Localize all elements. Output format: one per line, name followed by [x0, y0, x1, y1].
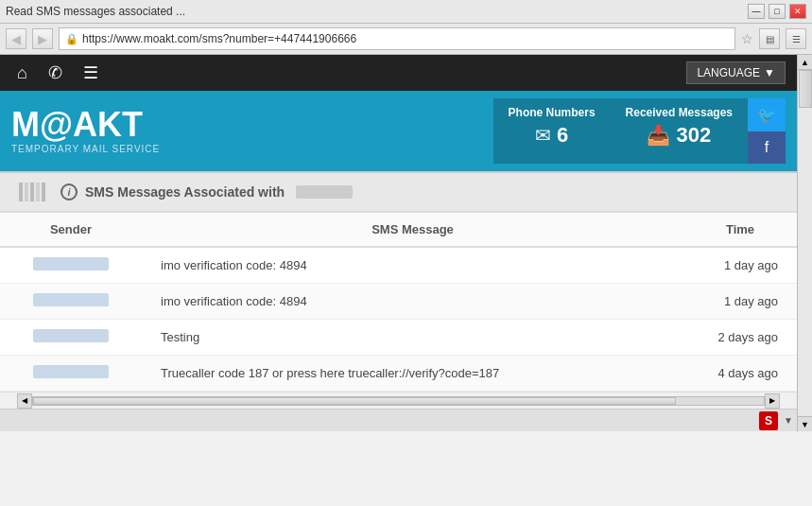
horizontal-scrollbar-track[interactable]	[32, 396, 765, 406]
info-text: SMS Messages Associated with	[85, 184, 285, 200]
info-icon: i	[60, 183, 78, 201]
table-row: imo verification code: 48941 day ago	[0, 284, 797, 320]
time-cell: 4 days ago	[683, 356, 797, 392]
horizontal-scrollbar-thumb[interactable]	[33, 397, 676, 405]
header-right: Phone Numbers ✉ 6 Received Messages 📥 30…	[493, 98, 786, 164]
vertical-scrollbar-track[interactable]	[798, 70, 812, 416]
scroll-up-button[interactable]: ▲	[798, 55, 813, 70]
navigation-bar: ◀ ▶ 🔒 https://www.moakt.com/sms?number=+…	[0, 24, 812, 55]
sender-blurred	[33, 293, 109, 306]
status-dropdown-arrow[interactable]: ▼	[784, 415, 793, 426]
scroll-left-button[interactable]: ◀	[17, 393, 32, 409]
url-text: https://www.moakt.com/sms?number=+447441…	[82, 32, 729, 45]
stripe-3	[30, 183, 34, 201]
content-area: ⌂ ✆ ☰ LANGUAGE ▼ M@AKT TEMPORARY MAIL SE…	[0, 55, 797, 431]
time-cell: 1 day ago	[683, 247, 797, 284]
vertical-scrollbar-thumb[interactable]	[799, 70, 812, 108]
logo-tagline: TEMPORARY MAIL SERVICE	[11, 144, 160, 154]
received-messages-count: 302	[676, 123, 711, 148]
table-row: Truecaller code 187 or press here trueca…	[0, 356, 797, 392]
browser-tools-button[interactable]: ☰	[786, 28, 806, 49]
tab-title: Read SMS messages associated ...	[6, 5, 185, 18]
url-bar[interactable]: 🔒 https://www.moakt.com/sms?number=+4474…	[59, 27, 735, 50]
logo-text: M@AKT	[11, 108, 160, 142]
home-nav-button[interactable]: ⌂	[11, 61, 33, 85]
stripe-4	[36, 183, 40, 201]
sender-cell	[0, 356, 142, 392]
maximize-button[interactable]: □	[769, 4, 786, 19]
time-cell: 1 day ago	[683, 284, 797, 320]
menu-nav-button[interactable]: ☰	[78, 61, 104, 85]
received-messages-stat[interactable]: Received Messages 📥 302	[611, 98, 748, 164]
received-messages-label: Received Messages	[626, 106, 733, 119]
window-controls: ― □ ✕	[748, 4, 806, 19]
lock-icon: 🔒	[65, 33, 78, 45]
twitter-button[interactable]: 🐦	[748, 98, 786, 131]
table-row: Testing2 days ago	[0, 320, 797, 356]
time-cell: 2 days ago	[683, 320, 797, 356]
sms-table: Sender SMS Message Time imo verification…	[0, 213, 797, 392]
sender-cell	[0, 284, 142, 320]
phone-numbers-value-row: ✉ 6	[509, 123, 596, 148]
sender-blurred	[33, 365, 109, 378]
header-stats: Phone Numbers ✉ 6 Received Messages 📥 30…	[493, 98, 748, 164]
logo-area: M@AKT TEMPORARY MAIL SERVICE	[11, 108, 160, 154]
phone-numbers-count: 6	[557, 123, 568, 148]
stripe-5	[42, 183, 45, 201]
language-label: LANGUAGE	[697, 66, 760, 79]
phone-nav-button[interactable]: ✆	[43, 61, 68, 85]
striped-decoration	[19, 183, 45, 201]
scroll-down-button[interactable]: ▼	[798, 416, 813, 431]
browser-content: ⌂ ✆ ☰ LANGUAGE ▼ M@AKT TEMPORARY MAIL SE…	[0, 55, 812, 431]
language-arrow-icon: ▼	[764, 66, 775, 79]
message-cell: imo verification code: 4894	[142, 247, 683, 284]
phone-numbers-stat[interactable]: Phone Numbers ✉ 6	[493, 98, 611, 164]
site-nav: ⌂ ✆ ☰ LANGUAGE ▼	[0, 55, 797, 91]
col-header-sender: Sender	[0, 213, 142, 247]
browser-window: Read SMS messages associated ... ― □ ✕ ◀…	[0, 0, 812, 431]
message-cell: Truecaller code 187 or press here trueca…	[142, 356, 683, 392]
status-bar: S ▼	[0, 409, 797, 431]
browser-menu-button[interactable]: ▤	[759, 28, 780, 49]
language-button[interactable]: LANGUAGE ▼	[686, 61, 786, 84]
sender-cell	[0, 320, 142, 356]
title-bar: Read SMS messages associated ... ― □ ✕	[0, 0, 812, 24]
status-icon: S	[759, 411, 778, 430]
table-header: Sender SMS Message Time	[0, 213, 797, 247]
minimize-button[interactable]: ―	[748, 4, 765, 19]
close-button[interactable]: ✕	[789, 4, 806, 19]
received-messages-icon: 📥	[647, 124, 670, 147]
sender-blurred	[33, 257, 109, 270]
sender-cell	[0, 247, 142, 284]
sender-blurred	[33, 329, 109, 342]
received-messages-value-row: 📥 302	[626, 123, 733, 148]
logo: M@AKT TEMPORARY MAIL SERVICE	[11, 108, 160, 154]
phone-numbers-label: Phone Numbers	[509, 106, 596, 119]
message-cell: imo verification code: 4894	[142, 284, 683, 320]
col-header-time: Time	[683, 213, 797, 247]
forward-button[interactable]: ▶	[32, 28, 53, 49]
table-body: imo verification code: 48941 day agoimo …	[0, 247, 797, 392]
info-bar: i SMS Messages Associated with	[0, 171, 797, 213]
table-row: imo verification code: 48941 day ago	[0, 247, 797, 284]
table-header-row: Sender SMS Message Time	[0, 213, 797, 247]
stripe-1	[19, 183, 23, 201]
phone-numbers-icon: ✉	[535, 124, 551, 147]
bookmark-icon[interactable]: ☆	[741, 31, 753, 46]
col-header-message: SMS Message	[142, 213, 683, 247]
site-nav-left: ⌂ ✆ ☰	[11, 61, 104, 85]
back-button[interactable]: ◀	[6, 28, 26, 49]
horizontal-scrollbar-area: ◀ ▶	[0, 392, 797, 409]
phone-number-blurred	[296, 185, 353, 199]
site-header: M@AKT TEMPORARY MAIL SERVICE Phone Numbe…	[0, 91, 797, 171]
facebook-button[interactable]: f	[748, 131, 786, 164]
stripe-2	[25, 183, 28, 201]
social-sidebar: 🐦 f	[748, 98, 786, 164]
message-cell: Testing	[142, 320, 683, 356]
vertical-scrollbar: ▲ ▼	[797, 55, 812, 431]
scroll-right-button[interactable]: ▶	[765, 393, 780, 409]
